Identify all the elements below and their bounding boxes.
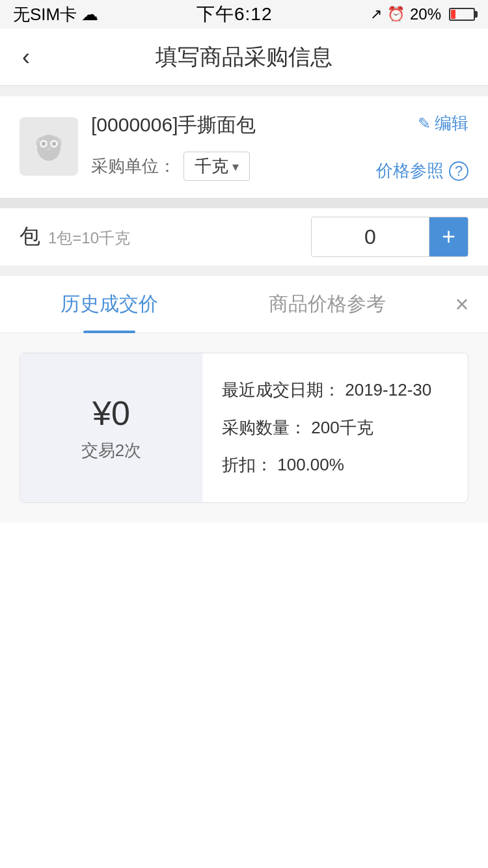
plus-icon: +: [442, 223, 455, 251]
product-image: [29, 127, 68, 166]
quantity-label: 包 1包=10千克: [20, 223, 130, 251]
empty-content-area: [0, 522, 488, 868]
battery-icon: [449, 8, 475, 21]
discount-value: 100.00%: [277, 455, 344, 474]
product-right-col: ✎ 编辑 价格参照 ?: [376, 112, 468, 182]
battery-percent: 20%: [410, 5, 441, 23]
tab-close-button[interactable]: ×: [436, 276, 488, 333]
history-count: 交易2次: [81, 439, 141, 462]
price-ref-help-icon: ?: [449, 161, 468, 181]
svg-point-4: [52, 142, 56, 146]
tab-history-label: 历史成交价: [61, 291, 158, 318]
discount-label: 折扣：: [222, 455, 273, 474]
unit-value: 千克: [195, 155, 228, 178]
product-header: [0000006]手撕面包 采购单位： 千克 ▾ ✎ 编辑 价格参照 ?: [20, 112, 468, 182]
unit-label-text: 采购单位：: [91, 155, 176, 178]
status-right: ↗ ⏰ 20%: [370, 5, 475, 23]
product-card: [0000006]手撕面包 采购单位： 千克 ▾ ✎ 编辑 价格参照 ?: [0, 96, 488, 198]
product-info: [0000006]手撕面包 采购单位： 千克 ▾: [91, 112, 256, 181]
recent-date-value: 2019-12-30: [345, 380, 431, 400]
discount-row: 折扣： 100.00%: [222, 452, 448, 479]
quantity-plus-button[interactable]: +: [429, 217, 468, 256]
quantity-row: 包 1包=10千克 0 +: [0, 208, 488, 265]
status-time: 下午6:12: [197, 2, 273, 27]
history-content: ¥0 交易2次 最近成交日期： 2019-12-30 采购数量： 200千克 折…: [0, 333, 488, 522]
tab-active-indicator: [83, 331, 135, 333]
purchase-qty-label: 采购数量：: [222, 418, 306, 437]
sim-label: 无SIM卡 ☁: [13, 3, 98, 26]
close-icon: ×: [455, 291, 468, 318]
history-price-value: ¥0: [92, 394, 130, 433]
history-price-section: ¥0 交易2次: [20, 353, 202, 502]
tab-history-price[interactable]: 历史成交价: [0, 276, 218, 333]
product-thumbnail: [20, 117, 78, 176]
product-unit-row: 采购单位： 千克 ▾: [91, 152, 256, 181]
dropdown-arrow-icon: ▾: [232, 159, 239, 174]
history-details-section: 最近成交日期： 2019-12-30 采购数量： 200千克 折扣： 100.0…: [202, 353, 468, 502]
section-divider: [0, 198, 488, 208]
svg-point-3: [42, 142, 46, 146]
quantity-input[interactable]: 0: [312, 217, 429, 256]
purchase-qty-value: 200千克: [311, 418, 373, 437]
nav-bar: ‹ 填写商品采购信息: [0, 29, 488, 86]
tab-price-ref-label: 商品价格参考: [269, 291, 386, 318]
tab-price-ref[interactable]: 商品价格参考: [218, 276, 436, 333]
history-card: ¥0 交易2次 最近成交日期： 2019-12-30 采购数量： 200千克 折…: [20, 353, 468, 503]
quantity-conversion: 1包=10千克: [48, 228, 130, 249]
status-bar: 无SIM卡 ☁ 下午6:12 ↗ ⏰ 20%: [0, 0, 488, 29]
alarm-icon: ⏰: [387, 6, 405, 23]
recent-date-label: 最近成交日期：: [222, 380, 340, 400]
product-name: [0000006]手撕面包: [91, 112, 256, 139]
price-ref-label: 价格参照: [376, 159, 444, 182]
purchase-qty-row: 采购数量： 200千克: [222, 414, 448, 442]
product-left: [0000006]手撕面包 采购单位： 千克 ▾: [20, 112, 256, 181]
edit-icon: ✎: [418, 115, 431, 133]
tabs-header: 历史成交价 商品价格参考 ×: [0, 276, 488, 333]
tabs-panel: 历史成交价 商品价格参考 × ¥0 交易2次 最近成交日期： 2019-12-3…: [0, 276, 488, 522]
edit-button[interactable]: ✎ 编辑: [418, 112, 468, 135]
quantity-unit: 包: [20, 223, 40, 251]
back-button[interactable]: ‹: [0, 29, 52, 86]
location-icon: ↗: [370, 6, 382, 23]
price-ref-button[interactable]: 价格参照 ?: [376, 159, 468, 182]
unit-dropdown[interactable]: 千克 ▾: [183, 152, 250, 181]
edit-label: 编辑: [435, 112, 468, 135]
status-left: 无SIM卡 ☁: [13, 3, 98, 26]
recent-date-row: 最近成交日期： 2019-12-30: [222, 377, 448, 404]
page-title: 填写商品采购信息: [156, 42, 332, 72]
quantity-control: 0 +: [311, 217, 468, 257]
back-arrow-icon: ‹: [22, 44, 30, 71]
